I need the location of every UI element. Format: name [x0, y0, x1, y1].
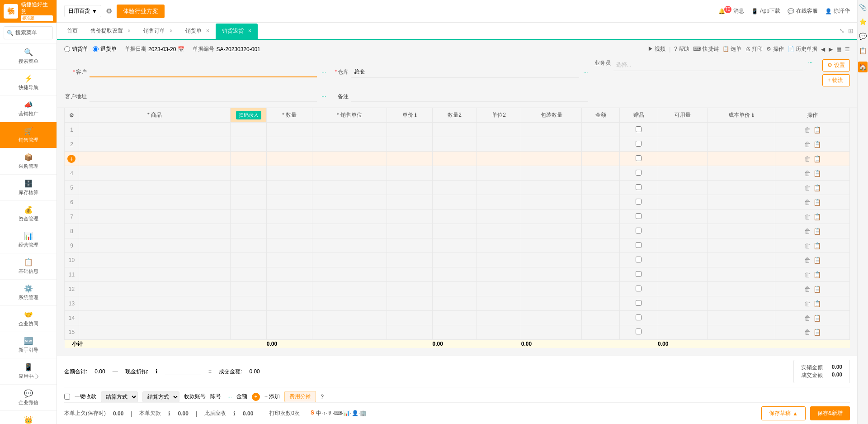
row-15-price[interactable]: [387, 325, 432, 340]
fee-split-button[interactable]: 费用分摊: [284, 391, 316, 402]
toolbar-next-icon[interactable]: ▶: [829, 46, 833, 52]
row-11-unit[interactable]: [312, 267, 387, 282]
row-12-price[interactable]: [387, 282, 432, 296]
sidebar-item-purchase[interactable]: 📦 采购管理: [0, 148, 57, 175]
row-5-amount[interactable]: [581, 181, 619, 195]
row-6-unit2[interactable]: [477, 195, 521, 210]
row-13-qty2[interactable]: [433, 296, 477, 311]
goods-input-11[interactable]: [82, 272, 227, 278]
tab-sales-delivery[interactable]: 销货单 ×: [179, 24, 216, 39]
row-9-price[interactable]: [387, 238, 432, 253]
col-settings-header[interactable]: ⚙: [65, 108, 79, 123]
row-8-qty[interactable]: [267, 224, 312, 238]
goods-input-10[interactable]: [82, 257, 227, 263]
row-10-unit2[interactable]: [477, 253, 521, 267]
row-3-cost[interactable]: [707, 152, 775, 166]
row-10-goods[interactable]: [79, 253, 231, 267]
row-12-amount[interactable]: [581, 282, 619, 296]
row-7-amount[interactable]: [581, 210, 619, 224]
row-5-qty2[interactable]: [433, 181, 477, 195]
row-1-goods[interactable]: [79, 123, 231, 137]
row-4-qty2[interactable]: [433, 166, 477, 181]
row-11-gift[interactable]: [620, 267, 658, 282]
row-14-unit2[interactable]: [477, 311, 521, 325]
toolbar-operation-link[interactable]: ⚙ 操作: [766, 45, 783, 53]
row-2-amount[interactable]: [581, 137, 619, 152]
row-2-goods[interactable]: [79, 137, 231, 152]
tab-home[interactable]: 首页: [61, 24, 84, 39]
goods-input-5[interactable]: [82, 185, 227, 191]
row-15-goods[interactable]: [79, 325, 231, 340]
tab-sales-order-close[interactable]: ×: [170, 28, 173, 34]
row-10-packqty[interactable]: [521, 253, 582, 267]
row-6-unit[interactable]: [312, 195, 387, 210]
row-2-qty[interactable]: [267, 137, 312, 152]
address-input[interactable]: [90, 91, 317, 102]
toolbar-select-link[interactable]: 📋 选单: [722, 45, 741, 53]
row-15-packqty[interactable]: [521, 325, 582, 340]
row-2-cost[interactable]: [707, 137, 775, 152]
settlement-method-select[interactable]: 结算方式: [142, 391, 179, 402]
row-15-unit[interactable]: [312, 325, 387, 340]
toolbar-list-view-icon[interactable]: ☰: [845, 46, 850, 52]
delete-icon-13[interactable]: 🗑: [804, 300, 811, 307]
row-4-available[interactable]: [658, 166, 707, 181]
row-12-goods[interactable]: [79, 282, 231, 296]
row-14-available[interactable]: [658, 311, 707, 325]
toolbar-help-link[interactable]: ? 帮助: [674, 45, 689, 53]
row-5-price[interactable]: [387, 181, 432, 195]
row-4-packqty[interactable]: [521, 166, 582, 181]
tab-price-setting[interactable]: 售价提取设置 ×: [84, 24, 137, 39]
row-11-packqty[interactable]: [521, 267, 582, 282]
customer-select-dots[interactable]: ···: [321, 69, 326, 75]
row-3-qty[interactable]: [267, 152, 312, 166]
goods-input-1[interactable]: [82, 127, 227, 133]
row-2-gift[interactable]: [620, 137, 658, 152]
row-3-unit2[interactable]: [477, 152, 521, 166]
notification-item[interactable]: 🔔 70 消息: [718, 7, 744, 15]
goods-input-3[interactable]: [82, 156, 227, 162]
row-13-amount[interactable]: [581, 296, 619, 311]
delete-icon-2[interactable]: 🗑: [804, 141, 811, 148]
tab-sales-delivery-close[interactable]: ×: [206, 28, 209, 34]
salesperson-input[interactable]: 选择...: [613, 59, 804, 71]
remark-input[interactable]: [351, 91, 588, 102]
delete-icon-7[interactable]: 🗑: [804, 213, 811, 220]
row-7-gift[interactable]: [620, 210, 658, 224]
gift-checkbox-1[interactable]: [636, 126, 642, 132]
copy-icon-3[interactable]: 📋: [813, 155, 821, 162]
row-1-qty2[interactable]: [433, 123, 477, 137]
row-2-qty2[interactable]: [433, 137, 477, 152]
copy-icon-10[interactable]: 📋: [813, 257, 821, 264]
sidebar-item-apps[interactable]: 📱 应用中心: [0, 358, 57, 385]
gift-checkbox-13[interactable]: [636, 300, 642, 306]
row-4-goods[interactable]: [79, 166, 231, 181]
sidebar-item-finance[interactable]: 💰 资金管理: [0, 201, 57, 227]
delete-icon-9[interactable]: 🗑: [804, 242, 811, 249]
copy-icon-1[interactable]: 📋: [813, 126, 821, 133]
row-14-gift[interactable]: [620, 311, 658, 325]
row-12-unit[interactable]: [312, 282, 387, 296]
row-3-unit[interactable]: [312, 152, 387, 166]
save-draft-dropdown-icon[interactable]: ▲: [793, 410, 798, 417]
row-5-available[interactable]: [658, 181, 707, 195]
gift-checkbox-7[interactable]: [636, 213, 642, 219]
copy-icon-8[interactable]: 📋: [813, 228, 821, 235]
delete-icon-5[interactable]: 🗑: [804, 184, 811, 191]
sidebar-item-operations[interactable]: 📊 经营管理: [0, 227, 57, 253]
row-13-price[interactable]: [387, 296, 432, 311]
right-sidebar-icon-4[interactable]: 📋: [859, 47, 867, 54]
row-5-unit2[interactable]: [477, 181, 521, 195]
calendar-icon[interactable]: 📅: [178, 46, 184, 52]
sidebar-item-basic[interactable]: 📋 基础信息: [0, 253, 57, 280]
row-15-amount[interactable]: [581, 325, 619, 340]
row-14-qty2[interactable]: [433, 311, 477, 325]
row-3-price[interactable]: [387, 152, 432, 166]
row-15-cost[interactable]: [707, 325, 775, 340]
copy-icon-9[interactable]: 📋: [813, 242, 821, 249]
row-11-cost[interactable]: [707, 267, 775, 282]
tab-sales-order[interactable]: 销售订单 ×: [137, 24, 179, 39]
row-6-cost[interactable]: [707, 195, 775, 210]
tab-price-setting-close[interactable]: ×: [127, 28, 131, 34]
row-14-packqty[interactable]: [521, 311, 582, 325]
